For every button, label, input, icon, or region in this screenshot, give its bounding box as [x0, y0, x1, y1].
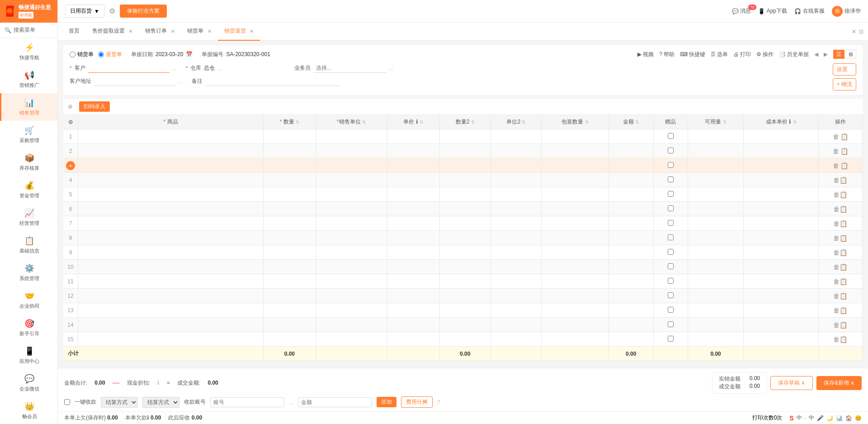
package-qty-cell[interactable]	[542, 144, 609, 158]
copy-row-btn[interactable]: 📋	[840, 249, 847, 256]
product-input[interactable]	[81, 162, 260, 169]
add-row-btn-cell[interactable]: +	[63, 158, 78, 173]
topbar-settings-icon[interactable]: ⚙	[109, 7, 115, 15]
tab-expand-icon[interactable]: ⊡	[859, 29, 863, 35]
copy-row-btn[interactable]: 📋	[840, 205, 847, 213]
gift-checkbox[interactable]	[668, 336, 674, 342]
quantity-cell[interactable]	[264, 158, 316, 173]
dots-icon[interactable]: ...	[289, 399, 293, 405]
copy-row-btn[interactable]: 📋	[840, 321, 847, 329]
copy-row-btn[interactable]: 📋	[840, 191, 847, 198]
next-icon[interactable]: ▶	[824, 51, 828, 57]
salesperson-input[interactable]	[313, 63, 387, 73]
online-service-btn[interactable]: 🎧 在线客服	[794, 7, 825, 15]
save-draft-button[interactable]: 保存草稿 ∧	[770, 376, 813, 390]
customer-input[interactable]	[88, 63, 170, 73]
account-input[interactable]	[210, 397, 284, 407]
calc-method-select[interactable]: 结算方式	[142, 397, 179, 408]
gift-checkbox[interactable]	[668, 220, 674, 226]
print-action[interactable]: 🖨打印	[733, 51, 751, 58]
copy-row-btn[interactable]: 📋	[840, 278, 847, 285]
gift-checkbox[interactable]	[668, 263, 674, 269]
copy-row-btn[interactable]: 📋	[840, 307, 847, 314]
address-input[interactable]	[94, 76, 175, 86]
gift-cell[interactable]	[653, 129, 688, 144]
remark-input[interactable]	[205, 76, 341, 86]
fee-split-button[interactable]: 费用分摊	[401, 396, 433, 408]
tab-sales-return[interactable]: 销货退货 ×	[218, 23, 260, 41]
unit-price-cell[interactable]	[387, 158, 439, 173]
cost-unit-cell[interactable]	[744, 129, 818, 144]
list-view-btn[interactable]: ⊞	[845, 50, 856, 59]
delete-row-btn[interactable]: 🗑	[833, 162, 839, 169]
gift-checkbox[interactable]	[668, 162, 674, 168]
app-download-btn[interactable]: 📱 App下载	[758, 7, 787, 15]
sidebar-item-basic-info[interactable]: 📋 基础信息	[0, 231, 57, 259]
delete-row-btn[interactable]: 🗑	[833, 220, 840, 227]
sidebar-item-enterprise[interactable]: 🤝 企业协同	[0, 286, 57, 314]
gift-checkbox[interactable]	[668, 292, 674, 298]
ime-cn-icon[interactable]: 中	[809, 414, 814, 422]
sidebar-item-quick-nav[interactable]: ⚡ 快捷导航	[0, 38, 57, 66]
copy-row-btn[interactable]: 📋	[840, 148, 848, 155]
delete-row-btn[interactable]: 🗑	[833, 234, 840, 242]
delete-row-btn[interactable]: 🗑	[833, 148, 839, 155]
tab-price-extract[interactable]: 售价提取设置 ×	[86, 23, 139, 41]
unit2-cell[interactable]	[491, 158, 542, 173]
shortcut-action[interactable]: ⌨快捷键	[680, 51, 705, 58]
one-click-payment-checkbox[interactable]	[64, 399, 70, 405]
quantity2-cell[interactable]	[439, 129, 491, 144]
product-cell-active[interactable]	[78, 158, 264, 173]
delete-row-btn[interactable]: 🗑	[833, 249, 840, 256]
video-action[interactable]: ▶视频	[637, 51, 654, 58]
copy-row-btn[interactable]: 📋	[840, 176, 847, 184]
amount-cell[interactable]	[609, 158, 653, 173]
unit2-cell[interactable]	[491, 129, 542, 144]
sidebar-item-finance[interactable]: 💰 资金管理	[0, 176, 57, 204]
product-cell[interactable]	[78, 144, 264, 158]
package-qty-cell[interactable]	[542, 129, 609, 144]
delete-row-btn[interactable]: 🗑	[833, 263, 840, 271]
amount-cell[interactable]	[609, 144, 653, 158]
tab-price-extract-close[interactable]: ×	[129, 28, 132, 35]
radio-sale[interactable]: 销货单	[70, 51, 94, 58]
save-new-button[interactable]: 保存&新增 ∧	[816, 376, 862, 390]
delete-row-btn[interactable]: 🗑	[833, 191, 840, 198]
search-menu[interactable]: 🔍 搜索菜单	[0, 23, 57, 38]
copy-row-btn[interactable]: 📋	[840, 263, 847, 271]
copy-row-btn[interactable]: 📋	[840, 336, 847, 343]
copy-row-btn[interactable]: 📋	[840, 292, 847, 300]
quantity-cell[interactable]	[264, 129, 316, 144]
radio-sale-input[interactable]	[70, 52, 75, 57]
select-action[interactable]: ☰选单	[711, 51, 728, 58]
sidebar-item-purchase-mgmt[interactable]: 🛒 采购管理	[0, 121, 57, 148]
copy-row-btn[interactable]: 📋	[840, 162, 848, 169]
sidebar-item-marketing[interactable]: 📢 营销推广	[0, 66, 57, 93]
sidebar-item-wechat[interactable]: 💬 企业微信	[0, 369, 57, 397]
gift-checkbox[interactable]	[668, 191, 674, 197]
amount-input[interactable]	[298, 397, 372, 407]
quantity2-cell[interactable]	[439, 144, 491, 158]
scan-button[interactable]: 扫码录入	[79, 101, 110, 112]
sidebar-item-operations[interactable]: 📈 经营管理	[0, 204, 57, 231]
tab-sales-order[interactable]: 销售订单 ×	[139, 23, 181, 41]
delete-row-btn[interactable]: 🗑	[833, 321, 840, 329]
sidebar-item-new-guide[interactable]: 🎯 新手引导	[0, 314, 57, 342]
delete-row-btn[interactable]: 🗑	[833, 336, 840, 343]
copy-row-btn[interactable]: 📋	[840, 133, 848, 140]
available-cell[interactable]	[688, 144, 744, 158]
quantity-cell[interactable]	[264, 144, 316, 158]
ime-moon-icon[interactable]: 🌙	[826, 415, 833, 421]
settings-button[interactable]: 设置	[833, 63, 856, 76]
operate-action[interactable]: ⚙操作	[756, 51, 774, 58]
gift-cell[interactable]	[653, 158, 688, 173]
package-qty-cell[interactable]	[542, 158, 609, 173]
unit2-cell[interactable]	[491, 144, 542, 158]
calendar-icon[interactable]: 📅	[186, 51, 193, 57]
available-cell[interactable]	[688, 158, 744, 173]
ime-emoji-icon[interactable]: 😊	[855, 415, 862, 421]
prev-icon[interactable]: ◀	[814, 51, 818, 57]
delete-row-btn[interactable]: 🗑	[833, 292, 840, 300]
tab-sales-order-close[interactable]: ×	[171, 28, 175, 35]
sale-unit-cell[interactable]	[316, 158, 387, 173]
